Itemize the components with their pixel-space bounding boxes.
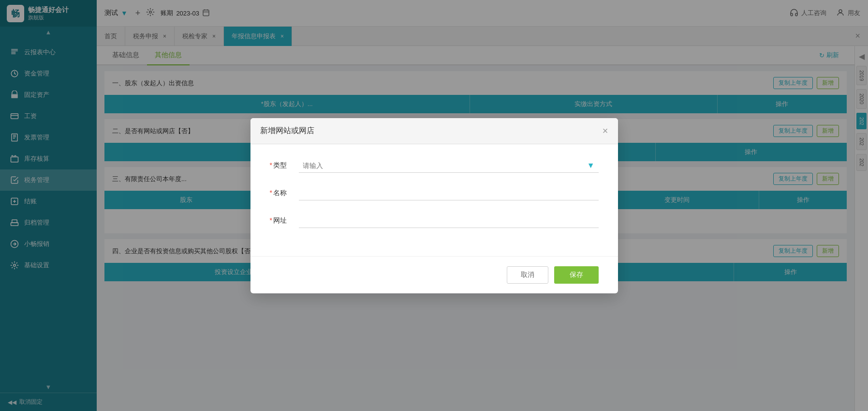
field-label-url: 网址 <box>273 216 287 224</box>
required-asterisk: * <box>270 161 272 169</box>
form-row-name: *名称 <box>270 186 599 200</box>
modal-body: *类型 ▼ *名称 *网址 <box>250 144 618 256</box>
name-input[interactable] <box>299 186 599 200</box>
modal-footer: 取消 保存 <box>250 256 618 293</box>
type-dropdown-icon[interactable]: ▼ <box>587 161 599 170</box>
form-row-type: *类型 ▼ <box>270 159 599 173</box>
type-select-wrapper: ▼ <box>299 159 599 173</box>
required-asterisk: * <box>270 189 272 197</box>
url-input[interactable] <box>299 214 599 228</box>
modal-title: 新增网站或网店 <box>260 126 314 136</box>
form-label-name: *名称 <box>270 189 299 198</box>
modal-overlay: 新增网站或网店 × *类型 ▼ *名称 <box>0 0 868 411</box>
modal-header: 新增网站或网店 × <box>250 118 618 144</box>
modal-close-button[interactable]: × <box>603 126 608 136</box>
field-label-name: 名称 <box>273 189 287 197</box>
field-label-type: 类型 <box>273 161 287 169</box>
save-button[interactable]: 保存 <box>554 266 599 284</box>
modal-add-website: 新增网站或网店 × *类型 ▼ *名称 <box>250 118 618 293</box>
type-select-input[interactable] <box>299 159 587 172</box>
form-label-type: *类型 <box>270 161 299 170</box>
cancel-button[interactable]: 取消 <box>507 266 548 284</box>
form-row-url: *网址 <box>270 214 599 228</box>
required-asterisk: * <box>270 216 272 224</box>
form-label-url: *网址 <box>270 216 299 225</box>
